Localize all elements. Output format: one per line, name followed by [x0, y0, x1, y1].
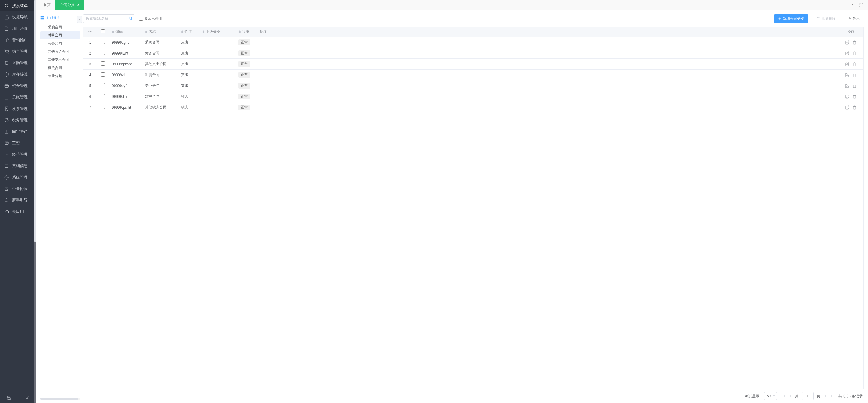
cell-status: 正常 — [236, 80, 256, 91]
row-checkbox[interactable] — [101, 62, 105, 66]
system-icon — [4, 175, 9, 180]
sidebar-item-5[interactable]: 采购管理 — [0, 57, 36, 69]
sidebar-item-9[interactable]: 发票管理 — [0, 103, 36, 114]
row-checkbox[interactable] — [101, 40, 105, 44]
tree-item-5[interactable]: 租赁合同 — [40, 64, 80, 72]
cell-nature: 支出 — [178, 59, 199, 70]
export-button[interactable]: 导出 — [844, 14, 864, 23]
sidebar-item-7[interactable]: 资金管理 — [0, 80, 36, 92]
edit-icon[interactable] — [845, 62, 849, 66]
cell-name: 对甲合同 — [142, 91, 178, 102]
sidebar-item-11[interactable]: 固定资产 — [0, 126, 36, 137]
delete-icon[interactable] — [852, 51, 857, 56]
per-page-select[interactable]: 50 — [764, 392, 777, 400]
delete-icon[interactable] — [852, 95, 857, 99]
collapse-sidebar-button[interactable] — [18, 393, 36, 403]
last-page-button[interactable] — [830, 394, 834, 398]
row-index: 3 — [84, 59, 97, 70]
edit-icon[interactable] — [845, 95, 849, 99]
row-checkbox[interactable] — [101, 94, 105, 98]
show-disabled-checkbox[interactable]: 显示已停用 — [138, 16, 162, 22]
table-row: 599999zyfb专业分包支出正常 — [84, 80, 864, 91]
add-category-button[interactable]: 新增合同分类 — [774, 14, 808, 23]
delete-icon[interactable] — [852, 105, 857, 110]
sidebar-item-6[interactable]: 库存核算 — [0, 69, 36, 80]
tab-0[interactable]: 首页 — [38, 0, 56, 10]
book-icon — [4, 95, 9, 100]
row-index: 5 — [84, 80, 97, 91]
sort-icon[interactable] — [202, 30, 205, 33]
tabbar: 首页合同分类× — [36, 0, 868, 10]
delete-icon[interactable] — [852, 73, 857, 77]
sidebar-item-16[interactable]: 企业协同 — [0, 183, 36, 195]
sort-icon[interactable] — [181, 30, 184, 33]
edit-icon[interactable] — [845, 105, 849, 110]
close-icon[interactable]: × — [76, 3, 79, 7]
first-page-button[interactable] — [782, 394, 785, 398]
search-icon[interactable] — [128, 16, 133, 22]
edit-icon[interactable] — [845, 73, 849, 77]
delete-icon[interactable] — [852, 62, 857, 66]
page-number-input[interactable] — [802, 392, 814, 400]
edit-icon[interactable] — [845, 84, 849, 88]
search-input[interactable] — [83, 14, 134, 23]
table-row: 799999qtsrht其他收入合同收入正常 — [84, 102, 864, 113]
tree-item-1[interactable]: 对甲合同 — [40, 31, 80, 39]
next-page-button[interactable] — [824, 394, 827, 398]
gear-icon[interactable] — [88, 30, 92, 34]
tree-item-6[interactable]: 专业分包 — [40, 72, 80, 80]
tree-item-2[interactable]: 劳务合同 — [40, 39, 80, 47]
sidebar-item-0[interactable]: 搜索菜单 — [0, 0, 36, 11]
sort-icon[interactable] — [145, 30, 147, 33]
sidebar-item-10[interactable]: 税务管理 — [0, 114, 36, 126]
batch-delete-label: 批量删除 — [821, 16, 836, 22]
sidebar-item-4[interactable]: 销售管理 — [0, 46, 36, 57]
sidebar-item-8[interactable]: 总账管理 — [0, 92, 36, 103]
tree-item-0[interactable]: 采购合同 — [40, 23, 80, 31]
sort-icon[interactable] — [239, 30, 241, 33]
tree-header-all[interactable]: 全部分类 — [40, 13, 80, 23]
sidebar-item-label: 快捷导航 — [12, 14, 28, 20]
tree-item-4[interactable]: 其他支出合同 — [40, 56, 80, 64]
export-label: 导出 — [852, 16, 860, 22]
row-checkbox[interactable] — [101, 51, 105, 55]
row-checkbox[interactable] — [101, 72, 105, 76]
cell-status: 正常 — [236, 91, 256, 102]
delete-icon[interactable] — [852, 84, 857, 88]
sidebar-item-12[interactable]: 工资 — [0, 137, 36, 149]
prev-page-button[interactable] — [788, 394, 792, 398]
tree-item-3[interactable]: 其他收入合同 — [40, 47, 80, 56]
sidebar-item-2[interactable]: 项目合同 — [0, 23, 36, 34]
cell-remark — [256, 102, 838, 113]
col-status-label: 状态 — [242, 30, 249, 34]
cell-parent — [199, 37, 236, 48]
sidebar-item-15[interactable]: 系统管理 — [0, 172, 36, 183]
settings-button[interactable] — [0, 393, 18, 403]
sidebar-item-13[interactable]: 经营管理 — [0, 149, 36, 160]
sidebar-item-14[interactable]: 基础信息 — [0, 160, 36, 172]
edit-icon[interactable] — [845, 51, 849, 56]
row-checkbox[interactable] — [101, 83, 105, 87]
cell-parent — [199, 102, 236, 113]
sort-icon[interactable] — [112, 30, 114, 33]
edit-icon[interactable] — [845, 40, 849, 44]
tab-1[interactable]: 合同分类× — [56, 0, 84, 10]
cell-parent — [199, 91, 236, 102]
pagination-summary: 共1页, 7条记录 — [838, 394, 863, 399]
sidebar-item-18[interactable]: 云应用 — [0, 206, 36, 217]
close-tab-button[interactable] — [847, 1, 856, 9]
row-checkbox[interactable] — [101, 105, 105, 109]
batch-delete-button[interactable]: 批量删除 — [812, 14, 840, 23]
select-all-checkbox[interactable] — [101, 29, 105, 33]
row-index: 7 — [84, 102, 97, 113]
fullscreen-button[interactable] — [857, 1, 866, 9]
svg-rect-18 — [41, 16, 42, 18]
sidebar-item-1[interactable]: 快捷导航 — [0, 11, 36, 23]
sidebar-item-17[interactable]: 新手引导 — [0, 195, 36, 206]
delete-icon[interactable] — [852, 40, 857, 44]
sidebar-item-3[interactable]: 营销推广 — [0, 34, 36, 46]
tree-horizontal-scrollbar[interactable] — [40, 398, 80, 400]
collapse-tree-button[interactable] — [77, 16, 82, 23]
cell-code: 99999qtzhht — [109, 59, 142, 70]
sidebar-item-label: 发票管理 — [12, 106, 28, 111]
